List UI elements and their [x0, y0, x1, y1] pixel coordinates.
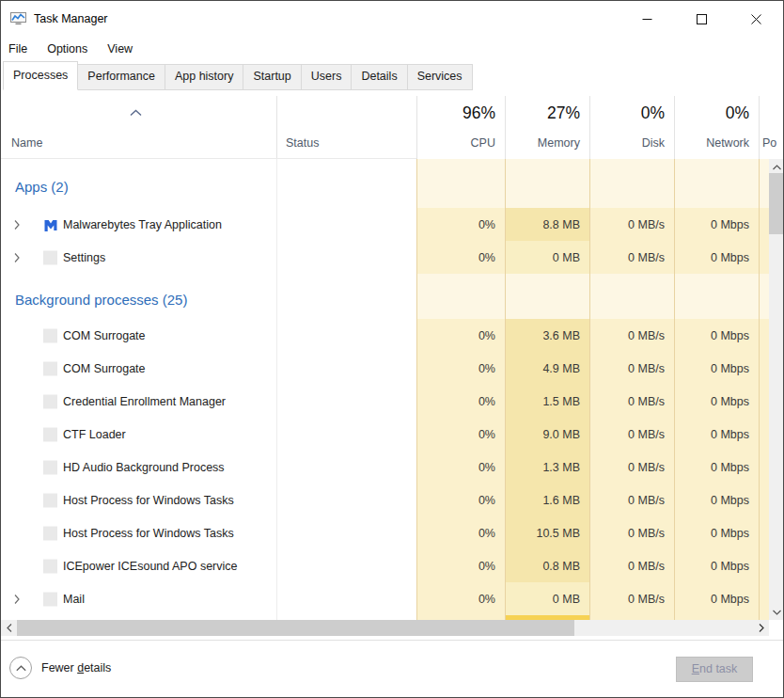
expand-chevron-icon[interactable] — [14, 594, 20, 604]
process-name: HD Audio Background Process — [63, 451, 225, 484]
cpu-cell: 0% — [417, 451, 505, 484]
chevron-up-circle-icon — [9, 657, 32, 679]
vertical-scrollbar-thumb[interactable] — [769, 173, 784, 234]
memory-cell: 10.5 MB — [506, 516, 589, 549]
column-header-disk[interactable]: 0% Disk — [590, 90, 674, 159]
network-label: Network — [706, 136, 749, 150]
scroll-right-button[interactable] — [753, 620, 769, 636]
sort-ascending-caret-icon — [130, 103, 142, 120]
cpu-cell: 0% — [417, 418, 505, 451]
process-name: Malwarebytes Tray Application — [63, 208, 222, 241]
process-row[interactable]: Host Process for Windows Tasks0%1.6 MB0 … — [1, 484, 769, 516]
menu-options[interactable]: Options — [39, 39, 95, 59]
network-cell: 0 Mbps — [675, 484, 759, 516]
power-cell-clipped — [760, 516, 769, 549]
memory-cell: 9.0 MB — [506, 418, 589, 451]
generic-app-icon — [43, 526, 57, 540]
horizontal-scrollbar[interactable] — [1, 620, 769, 636]
expand-chevron-icon[interactable] — [14, 252, 20, 262]
power-cell-clipped — [760, 582, 769, 615]
process-row[interactable]: Credential Enrollment Manager0%1.5 MB0 M… — [1, 385, 769, 418]
power-cell-clipped — [760, 418, 769, 451]
process-name: CTF Loader — [63, 418, 126, 451]
cpu-total-percent: 96% — [463, 103, 495, 123]
tab-app-history[interactable]: App history — [165, 64, 244, 90]
task-manager-icon — [10, 10, 26, 26]
tab-users[interactable]: Users — [301, 64, 353, 90]
column-header-name[interactable]: Name — [11, 136, 42, 150]
network-cell: 0 Mbps — [675, 208, 759, 241]
process-row[interactable]: ICEpower ICEsound APO service0%0.8 MB0 M… — [1, 549, 769, 582]
vertical-scrollbar[interactable] — [769, 159, 784, 620]
group-row[interactable]: Background processes (25) — [1, 274, 769, 319]
tab-startup[interactable]: Startup — [243, 64, 301, 90]
tab-details[interactable]: Details — [351, 64, 407, 90]
menu-view[interactable]: View — [100, 39, 140, 59]
chevron-right-icon — [759, 624, 764, 632]
menu-file[interactable]: File — [8, 39, 35, 59]
horizontal-scrollbar-thumb[interactable] — [17, 620, 574, 636]
column-header-cpu[interactable]: 96% CPU — [417, 90, 505, 159]
disk-total-percent: 0% — [641, 103, 665, 123]
column-header-status[interactable]: Status — [286, 136, 319, 150]
generic-app-icon — [43, 427, 57, 441]
memory-cell: 1.5 MB — [506, 385, 589, 418]
cpu-cell: 0% — [417, 549, 505, 582]
network-cell: 0 Mbps — [675, 516, 759, 549]
memory-cell: 1.3 MB — [506, 451, 589, 484]
generic-app-icon — [43, 361, 57, 375]
chevron-down-icon — [773, 610, 781, 615]
network-cell: 0 Mbps — [675, 451, 759, 484]
chevron-left-icon — [7, 624, 12, 632]
column-header-power-clipped[interactable]: Po — [762, 136, 784, 150]
tab-services[interactable]: Services — [407, 64, 473, 90]
disk-cell: 0 MB/s — [590, 241, 674, 274]
process-row[interactable]: HD Audio Background Process0%1.3 MB0 MB/… — [1, 451, 769, 484]
process-row[interactable]: Host Process for Windows Tasks0%10.5 MB0… — [1, 516, 769, 549]
end-task-button[interactable]: End task — [676, 657, 753, 682]
cpu-cell: 0% — [417, 385, 505, 418]
memory-cell: 4.9 MB — [506, 352, 589, 385]
process-row[interactable]: COM Surrogate0%4.9 MB0 MB/s0 Mbps — [1, 352, 769, 385]
cpu-cell: 0% — [417, 352, 505, 385]
process-name: Credential Enrollment Manager — [63, 385, 226, 418]
power-cell-clipped — [760, 484, 769, 516]
scroll-down-button[interactable] — [769, 604, 784, 620]
disk-cell: 0 MB/s — [590, 208, 674, 241]
group-row[interactable]: Apps (2) — [1, 159, 769, 208]
footer-bar: Fewer details End task — [1, 640, 784, 698]
process-row[interactable]: Settings0%0 MB0 MB/s0 Mbps — [1, 241, 769, 274]
window-controls — [619, 1, 783, 37]
scroll-left-button[interactable] — [1, 620, 17, 636]
process-row[interactable]: COM Surrogate0%3.6 MB0 MB/s0 Mbps — [1, 319, 769, 352]
disk-cell: 0 MB/s — [590, 484, 674, 516]
column-header-memory[interactable]: 27% Memory — [506, 90, 589, 159]
tab-performance[interactable]: Performance — [77, 64, 165, 90]
process-row[interactable]: CTF Loader0%9.0 MB0 MB/s0 Mbps — [1, 418, 769, 451]
maximize-button[interactable] — [674, 1, 729, 37]
network-cell: 0 Mbps — [675, 352, 759, 385]
network-cell: 0 Mbps — [675, 582, 759, 615]
cpu-cell: 0% — [417, 319, 505, 352]
chevron-up-icon — [773, 165, 781, 170]
fewer-details-toggle[interactable]: Fewer details — [9, 657, 111, 679]
close-button[interactable] — [729, 1, 783, 37]
minimize-button[interactable] — [619, 1, 674, 37]
process-row[interactable]: Mail0%0 MB0 MB/s0 Mbps — [1, 582, 769, 615]
close-icon — [751, 14, 761, 24]
expand-chevron-icon[interactable] — [14, 219, 20, 230]
column-header-network[interactable]: 0% Network — [675, 90, 759, 159]
tab-processes[interactable]: Processes — [3, 61, 78, 90]
network-cell: 0 Mbps — [675, 319, 759, 352]
cpu-cell: 0% — [417, 241, 505, 274]
power-cell-clipped — [760, 319, 769, 352]
generic-app-icon — [43, 460, 57, 474]
cpu-label: CPU — [471, 136, 495, 150]
process-row[interactable]: Malwarebytes Tray Application0%8.8 MB0 M… — [1, 208, 769, 241]
process-name: Host Process for Windows Tasks — [63, 516, 234, 549]
generic-app-icon — [43, 493, 57, 507]
tab-strip: Processes Performance App history Startu… — [3, 61, 472, 90]
network-cell: 0 Mbps — [675, 418, 759, 451]
power-cell-clipped — [760, 241, 769, 274]
power-cell-clipped — [760, 549, 769, 582]
